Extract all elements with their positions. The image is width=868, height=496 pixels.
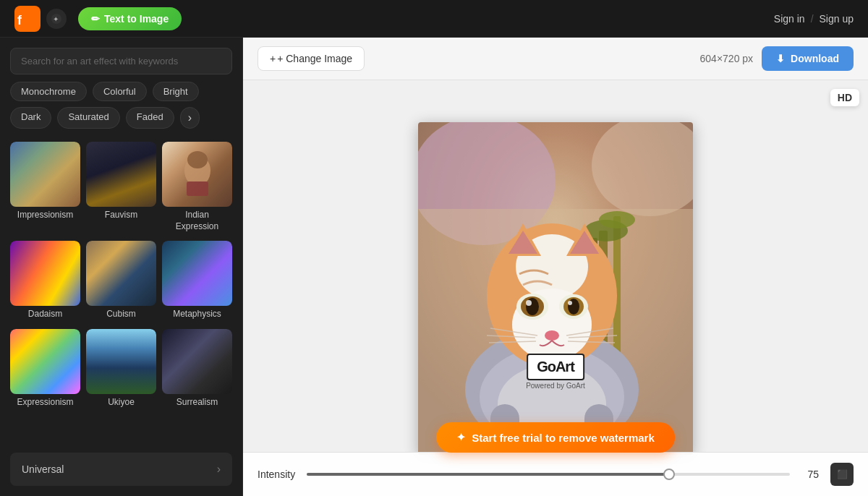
plus-icon: + [270,53,276,64]
tag-saturated[interactable]: Saturated [57,107,119,129]
effect-item-metaphysics[interactable]: Metaphysics [162,241,232,323]
download-icon: ⬇ [776,53,785,64]
effect-thumb-surrealism [162,329,232,394]
effect-thumb-metaphysics [162,241,232,306]
search-input[interactable] [10,48,232,74]
logo-area: f ✦ ✏ Text to Image [14,6,182,32]
tag-monochrome[interactable]: Monochrome [10,82,87,101]
tags-more-button[interactable]: › [180,107,200,129]
main-layout: Monochrome Colorful Bright Dark Saturate… [0,38,868,496]
effect-thumb-dadaism [10,241,80,306]
intensity-bar: Intensity 75 ⬛ [243,452,868,496]
intensity-slider[interactable] [307,473,790,476]
svg-point-31 [568,301,572,305]
watermark-label: Start free trial to remove watermark [472,432,655,444]
change-image-button[interactable]: + + Change Image [258,46,365,71]
svg-text:✦: ✦ [53,15,59,23]
tag-colorful[interactable]: Colorful [93,82,147,101]
content-area: + + Change Image 604×720 px ⬇ Download H… [243,38,868,496]
effect-thumb-fauvism [86,142,156,207]
search-area [0,38,242,82]
image-size: 604×720 px [700,53,754,64]
fotor-logo-icon: f [14,6,41,32]
universal-label: Universal [22,463,64,475]
effect-item-expressionism[interactable]: Expressionism [10,329,80,411]
intensity-value: 75 [801,469,819,480]
universal-row[interactable]: Universal › [10,453,232,486]
effect-label-expressionism: Expressionism [10,394,80,411]
effect-label-ukiyoe: Ukiyoe [86,394,156,411]
effect-thumb-ukiyoe [86,329,156,394]
effects-grid: Impressionism Fauvism Indian Expression [0,136,242,450]
svg-rect-6 [187,181,208,196]
change-image-label: + Change Image [277,53,352,64]
effect-item-dadaism[interactable]: Dadaism [10,241,80,323]
slider-fill [307,473,669,476]
effect-item-cubism[interactable]: Cubism [86,241,156,323]
effect-item-fauvism[interactable]: Fauvism [86,142,156,235]
sidebar: Monochrome Colorful Bright Dark Saturate… [0,38,243,496]
effect-label-impressionism: Impressionism [10,207,80,224]
effect-item-surrealism[interactable]: Surrealism [162,329,232,411]
effect-label-cubism: Cubism [86,306,156,323]
hd-badge[interactable]: HD [830,89,859,106]
download-label: Download [791,53,839,64]
download-button[interactable]: ⬇ Download [762,46,854,71]
content-toolbar: + + Change Image 604×720 px ⬇ Download [243,38,868,80]
effect-item-ukiyoe[interactable]: Ukiyoe [86,329,156,411]
effect-thumb-cubism [86,241,156,306]
effect-label-metaphysics: Metaphysics [162,306,232,323]
effect-thumb-impressionism [10,142,80,207]
text-to-image-label: Text to Image [104,13,169,25]
toolbar-right: 604×720 px ⬇ Download [700,46,854,71]
intensity-label: Intensity [258,469,295,480]
compare-button[interactable]: ⬛ [830,463,854,486]
text-to-image-button[interactable]: ✏ Text to Image [78,7,182,30]
tag-faded[interactable]: Faded [126,107,174,129]
effect-thumb-indian [162,142,232,207]
sign-up-link[interactable]: Sign up [820,13,854,25]
svg-point-5 [187,151,208,168]
effect-label-surrealism: Surrealism [162,394,232,411]
sign-in-link[interactable]: Sign in [774,13,805,25]
effect-thumb-expressionism [10,329,80,394]
filter-tags: Monochrome Colorful Bright Dark Saturate… [0,82,242,136]
svg-text:f: f [17,13,22,27]
header-auth: Sign in / Sign up [774,13,854,25]
tag-dark[interactable]: Dark [10,107,51,129]
main-image: GoArt GoArt Powered by GoArt GoArt Power… [418,122,693,455]
svg-point-32 [545,330,559,341]
auth-divider: / [811,13,814,25]
effect-label-fauvism: Fauvism [86,207,156,224]
watermark-icon: ✦ [456,431,466,444]
watermark-banner[interactable]: ✦ Start free trial to remove watermark [436,422,675,453]
magic-wand-icon: ✦ [46,9,67,29]
effect-label-indian-expression: Indian Expression [162,207,232,235]
text-to-image-icon: ✏ [91,13,100,25]
svg-point-15 [599,211,635,228]
universal-chevron-icon: › [217,463,221,476]
effect-item-indian-expression[interactable]: Indian Expression [162,142,232,235]
compare-icon: ⬛ [837,469,848,479]
tag-bright[interactable]: Bright [153,82,199,101]
app-header: f ✦ ✏ Text to Image Sign in / Sign up [0,0,868,38]
svg-point-27 [526,300,532,306]
effect-item-impressionism[interactable]: Impressionism [10,142,80,235]
effect-label-dadaism: Dadaism [10,306,80,323]
slider-thumb [663,469,675,480]
